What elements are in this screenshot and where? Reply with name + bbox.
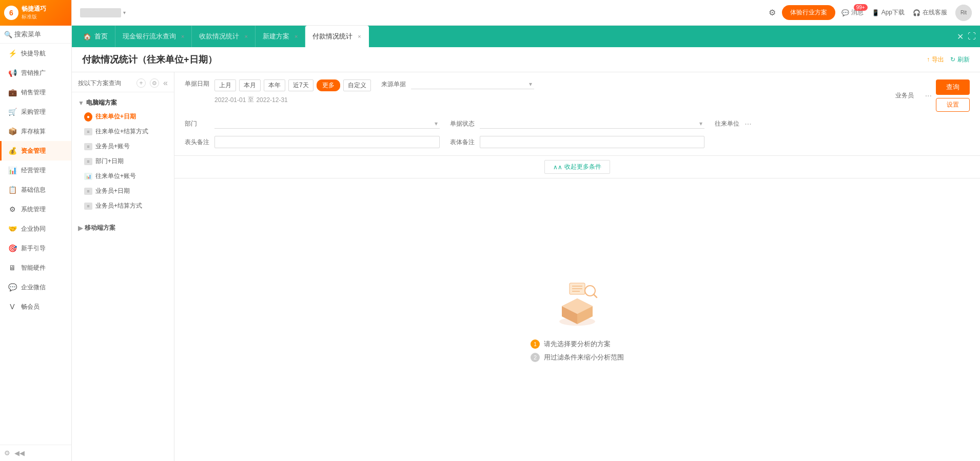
sidebar-item-sales[interactable]: 💼 销售管理	[0, 83, 71, 102]
export-btn[interactable]: ↑ 导出	[927, 55, 944, 64]
search-icon: 🔍	[4, 31, 12, 38]
body-note-input[interactable]	[480, 136, 705, 148]
sidebar-item-new-guide[interactable]: 🎯 新手引导	[0, 238, 71, 258]
header-note-input[interactable]	[214, 136, 440, 148]
marketing-icon: 📢	[8, 68, 17, 77]
collapse-sidebar-icon[interactable]: ◀◀	[14, 449, 25, 457]
msg-btn[interactable]: 💬 消息 99+	[841, 8, 864, 17]
refresh-icon: ↻	[950, 56, 955, 63]
expand-tab-btn[interactable]: ⛶	[968, 32, 976, 42]
tip-num-1: 1	[531, 339, 540, 349]
scheme-item-staff-settle[interactable]: ≡ 业务员+结算方式	[72, 198, 174, 213]
scheme-settings-icon[interactable]: ⚙	[150, 78, 159, 88]
sidebar-item-purchase[interactable]: 🛒 采购管理	[0, 102, 71, 122]
user-avatar[interactable]: Rit	[955, 5, 972, 21]
scheme-group-desktop-title[interactable]: ▼ 电脑端方案	[72, 96, 174, 109]
tabbar: 🏠 首页 现金银行流水查询 × 收款情况统计 × 新建方案 × 付款情况统计 ×…	[72, 26, 980, 47]
sidebar-item-finance[interactable]: 💰 资金管理	[0, 141, 71, 161]
search-menu-label: 搜索菜单	[14, 30, 41, 39]
search-menu-btn[interactable]: 🔍 搜索菜单	[0, 26, 71, 44]
topbar-settings-icon[interactable]: ⚙	[769, 8, 776, 17]
tab-new-scheme[interactable]: 新建方案 ×	[256, 26, 305, 47]
group-mobile-label: 移动端方案	[85, 224, 115, 232]
scheme-item-partner-settle[interactable]: ≡ 往来单位+结算方式	[72, 124, 174, 139]
scheme-item-dept-date[interactable]: ≡ 部门+日期	[72, 154, 174, 169]
sidebar-item-label: 企业协同	[21, 225, 46, 233]
staff-dots[interactable]: ···	[925, 91, 932, 101]
sidebar-item-smart-hw[interactable]: 🖥 智能硬件	[0, 258, 71, 277]
close-all-tabs-btn[interactable]: ✕	[957, 32, 964, 42]
scheme-item-dot-icon: ●	[84, 113, 92, 121]
collapse-chevron-icon: ∧∧	[553, 164, 562, 171]
date-range-end[interactable]: 2022-12-31	[256, 96, 287, 104]
tab-home[interactable]: 🏠 首页	[76, 26, 115, 47]
tab-payment-stats[interactable]: 付款情况统计 ×	[305, 26, 368, 47]
partner-dots[interactable]: ···	[744, 119, 751, 129]
page-title: 付款情况统计（往来单位+日期）	[82, 53, 217, 66]
tip-2-text: 用过滤条件来缩小分析范围	[544, 353, 624, 362]
tab-new-scheme-close[interactable]: ×	[295, 33, 298, 39]
tab-receipt-stats[interactable]: 收款情况统计 ×	[192, 26, 255, 47]
sidebar-item-sys-mgmt[interactable]: ⚙ 系统管理	[0, 199, 71, 219]
scheme-panel: 按以下方案查询 + ⚙ « ▼ 电脑端方案 ●	[72, 72, 174, 461]
settings-footer-icon[interactable]: ⚙	[4, 449, 10, 457]
logo-text: 畅捷通巧 标准版	[22, 5, 46, 21]
date-btns: 上月 本月 本年 近7天 更多 自定义	[214, 79, 371, 91]
scheme-item-partner-account[interactable]: 📊 往来单位+账号	[72, 169, 174, 184]
body-note-label: 表体备注	[450, 138, 476, 147]
source-select[interactable]: ▾	[411, 79, 534, 89]
collapse-conditions-btn[interactable]: ∧∧ 收起更多条件	[544, 160, 610, 174]
filter-section: 单据日期 上月 本月 本年 近7天 更多 自定义	[174, 72, 980, 178]
scheme-item-partner-account-label: 往来单位+账号	[95, 172, 136, 181]
sales-icon: 💼	[8, 88, 17, 97]
date-btn-last-month[interactable]: 上月	[214, 79, 236, 91]
sidebar-item-basic-info[interactable]: 📋 基础信息	[0, 180, 71, 199]
sidebar-item-quick-nav[interactable]: ⚡ 快捷导航	[0, 44, 71, 63]
scheme-item-staff-date[interactable]: ≡ 业务员+日期	[72, 184, 174, 198]
settings-btn[interactable]: 设置	[936, 98, 970, 112]
sidebar-item-label: 经营管理	[21, 166, 46, 175]
sidebar-item-marketing[interactable]: 📢 营销推广	[0, 63, 71, 83]
scheme-item-chart-icon: 📊	[84, 172, 92, 181]
tab-payment-stats-close[interactable]: ×	[358, 33, 361, 39]
date-btn-custom[interactable]: 自定义	[343, 79, 371, 91]
app-download-btn[interactable]: 📱 App下载	[872, 8, 905, 17]
sidebar-item-enterprise[interactable]: 🤝 企业协同	[0, 219, 71, 238]
company-dropdown-icon[interactable]: ▾	[123, 10, 126, 15]
date-range-start[interactable]: 2022-01-01	[214, 96, 246, 104]
scheme-add-icon[interactable]: +	[136, 78, 146, 88]
group-mobile-arrow: ▶	[78, 225, 83, 232]
tab-home-label: 首页	[94, 32, 108, 41]
scheme-group-mobile-title[interactable]: ▶ 移动端方案	[72, 222, 174, 234]
sidebar-item-label: 新手引导	[21, 244, 46, 253]
topbar: ▾ ⚙ 体验行业方案 💬 消息 99+ 📱 App下载 🎧 在线客服 Rit	[72, 0, 980, 26]
service-btn[interactable]: 🎧 在线客服	[913, 8, 947, 17]
voucher-status-dropdown-icon: ▾	[699, 120, 702, 127]
date-btn-more[interactable]: 更多	[317, 79, 340, 91]
date-btn-this-month[interactable]: 本月	[239, 79, 261, 91]
sidebar-item-inventory[interactable]: 📦 库存核算	[0, 122, 71, 141]
date-range-sep: 至	[248, 95, 254, 104]
voucher-status-select[interactable]: ▾	[480, 119, 705, 129]
sidebar-nav: ⚡ 快捷导航 📢 营销推广 💼 销售管理 🛒 采购管理 📦 库存核算 💰 资金管…	[0, 44, 71, 445]
dept-select[interactable]: ▾	[214, 119, 440, 129]
scheme-panel-icons: + ⚙ «	[136, 78, 168, 88]
sidebar-item-weixin[interactable]: 💬 企业微信	[0, 277, 71, 297]
refresh-btn[interactable]: ↻ 刷新	[950, 55, 970, 64]
sidebar-item-label: 基础信息	[21, 186, 46, 194]
scheme-item-staff-account[interactable]: ≡ 业务员+账号	[72, 139, 174, 154]
tab-bank-flow-close[interactable]: ×	[181, 33, 184, 39]
date-btn-this-year[interactable]: 本年	[264, 79, 285, 91]
query-btn[interactable]: 查询	[936, 79, 970, 95]
filter-row-3: 表头备注 表体备注	[185, 136, 970, 148]
sidebar-item-operation[interactable]: 📊 经营管理	[0, 161, 71, 180]
scheme-item-partner-date[interactable]: ● 往来单位+日期	[72, 109, 174, 124]
tab-receipt-stats-close[interactable]: ×	[244, 33, 247, 39]
date-btn-7days[interactable]: 近7天	[288, 79, 313, 91]
scheme-item-staff-settle-label: 业务员+结算方式	[95, 202, 142, 210]
dept-label: 部门	[185, 119, 210, 128]
trial-btn[interactable]: 体验行业方案	[782, 5, 835, 20]
tab-bank-flow[interactable]: 现金银行流水查询 ×	[115, 26, 192, 47]
sidebar-item-vip[interactable]: V 畅会员	[0, 297, 71, 316]
scheme-collapse-icon[interactable]: «	[163, 78, 168, 88]
